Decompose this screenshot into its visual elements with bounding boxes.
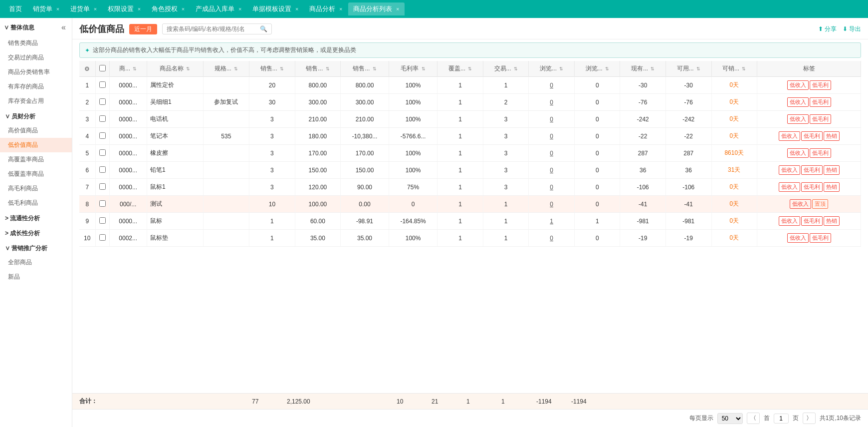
main-layout: ∨ 整体信息 « 销售类商品 交易过的商品 商品分类销售率 有库存的商品 库存资… xyxy=(0,18,868,427)
row-checkbox[interactable] xyxy=(99,166,106,173)
row-check[interactable] xyxy=(95,94,109,111)
row-checkbox[interactable] xyxy=(99,132,106,139)
filter-recent-month-btn[interactable]: 近一月 xyxy=(129,24,157,34)
row-browse1[interactable]: 0 xyxy=(529,128,575,145)
sidebar-section-circulation[interactable]: > 流通性分析 xyxy=(0,210,72,225)
row-checkbox[interactable] xyxy=(99,234,106,241)
tag-low-value: 低毛利 xyxy=(801,165,823,175)
sidebar-item-low-margin[interactable]: 低毛利商品 xyxy=(0,196,72,210)
row-browse1[interactable]: 0 xyxy=(529,162,575,179)
row-browse1[interactable]: 0 xyxy=(529,179,575,196)
row-checkbox[interactable] xyxy=(99,81,106,88)
row-check[interactable] xyxy=(95,128,109,145)
col-checkbox[interactable] xyxy=(95,61,109,77)
sidebar-item-all-products[interactable]: 全部商品 xyxy=(0,255,72,270)
row-spec xyxy=(203,145,249,162)
nav-product-analysis[interactable]: 商品分析 × xyxy=(304,2,347,15)
row-available: -19 xyxy=(666,230,712,247)
search-icon[interactable]: 🔍 xyxy=(260,25,267,32)
row-s1: 20 xyxy=(249,77,295,94)
row-checkbox[interactable] xyxy=(99,115,106,122)
sidebar-section-overall[interactable]: ∨ 整体信息 xyxy=(4,23,34,32)
row-checkbox[interactable] xyxy=(99,200,106,207)
close-icon[interactable]: × xyxy=(56,6,59,12)
top-navigation: 首页 销货单 × 进货单 × 权限设置 × 角色授权 × 产成品入库单 × 单据… xyxy=(0,0,868,18)
sidebar-item-sales-products[interactable]: 销售类商品 xyxy=(0,36,72,50)
row-check[interactable] xyxy=(95,145,109,162)
tag-low-value: 低收入 xyxy=(787,233,809,243)
sidebar-item-high-coverage[interactable]: 高覆盖率商品 xyxy=(0,152,72,167)
row-code: 0000... xyxy=(109,145,147,162)
row-check[interactable] xyxy=(95,230,109,247)
row-browse1[interactable]: 0 xyxy=(529,111,575,128)
nav-role-auth[interactable]: 角色授权 × xyxy=(147,2,190,15)
row-browse1[interactable]: 0 xyxy=(529,77,575,94)
next-page-btn[interactable]: 〉 xyxy=(803,413,816,424)
row-tags: 低收入低毛利 xyxy=(757,77,861,94)
row-check[interactable] xyxy=(95,77,109,94)
sidebar-item-new-products[interactable]: 新品 xyxy=(0,270,72,284)
close-icon[interactable]: × xyxy=(396,6,399,12)
close-icon[interactable]: × xyxy=(138,6,141,12)
first-page-btn[interactable]: 〈 xyxy=(747,413,760,424)
tag-hot: 置顶 xyxy=(812,199,828,209)
nav-purchase-order[interactable]: 进货单 × xyxy=(65,2,102,15)
sidebar-item-stocked-products[interactable]: 有库存的商品 xyxy=(0,79,72,94)
close-icon[interactable]: × xyxy=(295,6,298,12)
sidebar-section-marketing[interactable]: ∨ 营销推广分析 xyxy=(0,240,72,255)
row-check[interactable] xyxy=(95,179,109,196)
sidebar-collapse-btn[interactable]: « xyxy=(59,21,68,34)
row-browse1[interactable]: 1 xyxy=(529,213,575,230)
row-check[interactable] xyxy=(95,111,109,128)
nav-home[interactable]: 首页 xyxy=(4,2,27,15)
row-checkbox[interactable] xyxy=(99,149,106,156)
nav-template-settings[interactable]: 单据模板设置 × xyxy=(247,2,303,15)
row-s2: 120.00 xyxy=(295,179,341,196)
export-btn[interactable]: ⬇ 导出 xyxy=(843,25,861,33)
sidebar-item-low-value[interactable]: 低价值商品 xyxy=(0,138,72,152)
row-available: 287 xyxy=(666,145,712,162)
row-browse1[interactable]: 0 xyxy=(529,230,575,247)
row-browse1[interactable]: 0 xyxy=(529,145,575,162)
sidebar-item-capital-occupation[interactable]: 库存资金占用 xyxy=(0,94,72,108)
row-browse1[interactable]: 0 xyxy=(529,196,575,213)
sidebar-item-category-sales-rate[interactable]: 商品分类销售率 xyxy=(0,65,72,79)
sidebar-item-traded-products[interactable]: 交易过的商品 xyxy=(0,50,72,65)
nav-permissions[interactable]: 权限设置 × xyxy=(103,2,146,15)
row-trade: 3 xyxy=(483,145,529,162)
close-icon[interactable]: × xyxy=(94,6,97,12)
row-browse1[interactable]: 0 xyxy=(529,94,575,111)
share-btn[interactable]: ⬆ 分享 xyxy=(818,25,837,33)
sidebar-item-high-margin[interactable]: 高毛利商品 xyxy=(0,181,72,196)
sidebar-item-high-value[interactable]: 高价值商品 xyxy=(0,123,72,138)
row-s1: 3 xyxy=(249,128,295,145)
nav-product-analysis-list[interactable]: 商品分析列表 × xyxy=(348,2,404,15)
row-check[interactable] xyxy=(95,162,109,179)
per-page-select[interactable]: 50 100 200 xyxy=(717,413,743,424)
close-icon[interactable]: × xyxy=(182,6,185,12)
page-number-input[interactable] xyxy=(774,414,789,424)
row-available: -30 xyxy=(666,77,712,94)
select-all-checkbox[interactable] xyxy=(99,65,106,71)
row-check[interactable] xyxy=(95,196,109,213)
row-sellable: 0天 xyxy=(711,230,757,247)
table-wrapper[interactable]: ⚙ 商... ⇅ 商品名称 ⇅ 规格... ⇅ 销售... ⇅ 销售... ⇅ … xyxy=(72,61,868,393)
row-checkbox[interactable] xyxy=(99,183,106,190)
tag-low-value: 低收入 xyxy=(779,216,800,226)
nav-product-inbound[interactable]: 产成品入库单 × xyxy=(191,2,246,15)
sidebar-section-finance[interactable]: ∨ 员财分析 xyxy=(0,108,72,123)
row-checkbox[interactable] xyxy=(99,217,106,224)
tag-low-value: 低收入 xyxy=(779,165,800,175)
row-code: 0002... xyxy=(109,230,147,247)
search-box[interactable]: 🔍 xyxy=(162,23,272,34)
row-checkbox[interactable] xyxy=(99,98,106,105)
col-settings[interactable]: ⚙ xyxy=(79,61,95,77)
row-check[interactable] xyxy=(95,213,109,230)
close-icon[interactable]: × xyxy=(238,6,241,12)
sidebar-section-growth[interactable]: > 成长性分析 xyxy=(0,225,72,240)
close-icon[interactable]: × xyxy=(339,6,342,12)
search-input[interactable] xyxy=(167,25,258,32)
nav-sales-order[interactable]: 销货单 × xyxy=(28,2,64,15)
row-s3: -98.91 xyxy=(341,213,389,230)
sidebar-item-low-coverage[interactable]: 低覆盖率商品 xyxy=(0,167,72,181)
